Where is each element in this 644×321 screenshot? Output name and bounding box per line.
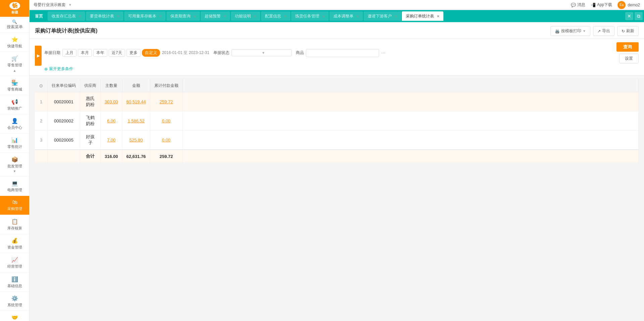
search-button[interactable]: 查询 [616, 42, 639, 52]
close-icon[interactable]: ✕ [78, 14, 81, 18]
settings-icon[interactable]: ⚙ [39, 83, 43, 89]
cell-paid[interactable]: 0.00 [150, 111, 182, 130]
close-icon[interactable]: ✕ [117, 14, 119, 18]
close-icon[interactable]: ✕ [254, 14, 256, 18]
sidebar-item-ecommerce-mgmt[interactable]: 💻 电商管理 [0, 177, 29, 196]
filter-row-1: 单据日期 上月 本月 本年 近7天 更多 自定义 2016-01-01 至 20… [44, 42, 639, 63]
close-icon[interactable]: ✕ [159, 14, 162, 18]
logo-icon: 畅 [9, 2, 20, 9]
sidebar-item-search[interactable]: 🔍 搜索菜单 [0, 17, 29, 33]
tab-expiry-query[interactable]: 保质期查询 ✕ [166, 11, 200, 21]
refresh-button[interactable]: ↻ 刷新 [617, 26, 639, 36]
close-icon[interactable]: ✕ [394, 14, 397, 18]
tab-pickup-task[interactable]: 拣货任务管理 ✕ [291, 11, 329, 21]
purchase-summary-table: ⚙ 往来单位编码 供应商 主数量 金额 累计付款金额 1 00020001 惠氏… [35, 79, 639, 163]
goods-filter-label: 商品 [296, 50, 304, 56]
tab-function-desc[interactable]: 功能说明 ✕ [231, 11, 260, 21]
cell-quantity[interactable]: 7.00 [101, 130, 122, 150]
tab-label: 采购订单统计表 [406, 13, 434, 19]
cell-extra [182, 92, 638, 111]
date-shortcut-this-month[interactable]: 本月 [78, 49, 92, 57]
tab-order-summary[interactable]: 要货单统计表 ✕ [86, 11, 123, 21]
date-shortcut-last-month[interactable]: 上月 [62, 49, 76, 57]
tab-close-all-btn[interactable]: ✕ [625, 12, 633, 20]
sidebar-item-marketing[interactable]: 📢 营销推广 [0, 95, 29, 114]
app-download-btn[interactable]: 📲 App下载 [591, 2, 612, 8]
cell-paid[interactable]: 0.00 [150, 130, 182, 150]
tab-window-btn[interactable]: ⧉ [635, 12, 643, 20]
tab-label: 成本调整单 [333, 13, 354, 19]
sidebar-item-operation-mgmt[interactable]: 📈 经营管理 [0, 253, 29, 272]
workspace-selector[interactable]: 母婴行业演示账套 ▼ [34, 2, 72, 8]
close-icon[interactable]: ✕ [193, 14, 196, 18]
tab-bar: 首页 收发存汇总表 ✕ 要货单统计表 ✕ 可用量库存账本 ✕ 保质期查询 ✕ 超… [30, 10, 644, 22]
sidebar-item-retail-mgmt[interactable]: 🛒 零售管理 ▲ [0, 52, 29, 76]
date-filter: 单据日期 上月 本月 本年 近7天 更多 自定义 2016-01-01 至 20… [44, 49, 209, 57]
date-shortcut-custom[interactable]: 自定义 [142, 49, 160, 57]
sidebar-item-inventory-check[interactable]: 📋 库存核算 [0, 215, 29, 234]
tab-purchase-summary[interactable]: 采购订单统计表 ✕ [402, 11, 443, 21]
col-amount-header: 金额 [122, 79, 150, 92]
star-icon: ⭐ [11, 36, 18, 43]
sidebar-item-finance-mgmt[interactable]: 💰 资金管理 [0, 234, 29, 253]
close-icon[interactable]: ✕ [223, 14, 226, 18]
sidebar-item-quick-nav[interactable]: ⭐ 快捷导航 [0, 33, 29, 52]
sidebar-item-basic-info[interactable]: ℹ️ 基础信息 [0, 273, 29, 292]
date-shortcuts: 上月 本月 本年 近7天 更多 自定义 [62, 49, 160, 57]
collapse-filter-btn[interactable]: ▶ [35, 46, 42, 66]
home-tab-label: 首页 [35, 13, 43, 19]
close-icon[interactable]: ✕ [437, 14, 439, 18]
close-icon[interactable]: ✕ [284, 14, 286, 18]
col-quantity-header: 主数量 [101, 79, 122, 92]
more-options-btn[interactable]: ··· [381, 50, 385, 56]
sidebar-item-enterprise-collab[interactable]: 🤝 企业协同 [0, 311, 29, 321]
tab-label: 功能说明 [235, 13, 251, 19]
sidebar-item-retail-stats[interactable]: 📊 零售统计 [0, 133, 29, 153]
cell-paid[interactable]: 259.72 [150, 92, 182, 111]
date-shortcut-more[interactable]: 更多 [126, 49, 141, 57]
expand-more-conditions-btn[interactable]: ⊕ 展开更多条件 [44, 66, 639, 72]
tab-label: 收发存汇总表 [52, 13, 76, 19]
footer-paid: 259.72 [150, 150, 182, 163]
tab-cost-adjust[interactable]: 成本调整单 ✕ [329, 11, 363, 21]
dropdown-icon: ▼ [262, 51, 289, 55]
dropdown-arrow-icon: ▼ [583, 29, 586, 33]
tab-label: 可用量库存账本 [128, 13, 156, 19]
action-buttons: 查询 设置 [616, 42, 639, 63]
tab-home[interactable]: 首页 [31, 11, 47, 21]
tab-invite-downstream[interactable]: 邀请下游客户 ✕ [364, 11, 401, 21]
megaphone-icon: 📢 [11, 99, 18, 105]
user-info[interactable]: Ea demo2 [618, 1, 640, 9]
sidebar-item-system-mgmt[interactable]: ⚙️ 系统管理 [0, 292, 29, 311]
table-container: ⚙ 往来单位编码 供应商 主数量 金额 累计付款金额 1 00020001 惠氏… [30, 75, 644, 321]
status-select[interactable]: ▼ [231, 49, 292, 56]
tab-receive-summary[interactable]: 收发存汇总表 ✕ [48, 11, 85, 21]
table-row: 2 00020002 飞鹤奶粉 6.00 1,586.52 0.00 [35, 111, 639, 130]
close-icon[interactable]: ✕ [356, 14, 359, 18]
print-button[interactable]: 🖨️ 按模板打印 ▼ [550, 26, 590, 36]
export-button[interactable]: ↗ 导出 [593, 26, 614, 36]
sidebar-item-member-center[interactable]: 👤 会员中心 [0, 114, 29, 133]
cell-extra [182, 130, 638, 150]
date-shortcut-this-year[interactable]: 本年 [93, 49, 107, 57]
message-btn[interactable]: 💬 消息 [571, 2, 585, 8]
sidebar-item-wholesale-mgmt[interactable]: 📦 批发管理 ▼ [0, 153, 29, 177]
tab-config-info[interactable]: 配置信息 ✕ [261, 11, 290, 21]
cell-code: 00020001 [48, 92, 80, 111]
download-icon: 📲 [591, 3, 596, 7]
goods-input[interactable] [309, 51, 376, 55]
close-icon[interactable]: ✕ [322, 14, 325, 18]
sidebar: 畅 标题 🔍 搜索菜单 ⭐ 快捷导航 🛒 零售管理 ▲ 🏪 零售商城 📢 营销推… [0, 0, 30, 321]
settings-button[interactable]: 设置 [619, 54, 639, 63]
sidebar-item-purchase-mgmt[interactable]: 🛍 采购管理 [0, 196, 29, 215]
tab-inventory-ledger[interactable]: 可用量库存账本 ✕ [124, 11, 166, 21]
cell-quantity[interactable]: 6.00 [101, 111, 122, 130]
tab-overstock-warning[interactable]: 超储预警 ✕ [201, 11, 230, 21]
app-download-label: App下载 [597, 2, 612, 8]
cell-amount[interactable]: 525.80 [122, 130, 150, 150]
cell-quantity[interactable]: 303.00 [101, 92, 122, 111]
date-shortcut-7days[interactable]: 近7天 [109, 49, 125, 57]
cell-amount[interactable]: 60,519.44 [122, 92, 150, 111]
sidebar-item-retail-store[interactable]: 🏪 零售商城 [0, 76, 29, 95]
cell-amount[interactable]: 1,586.52 [122, 111, 150, 130]
